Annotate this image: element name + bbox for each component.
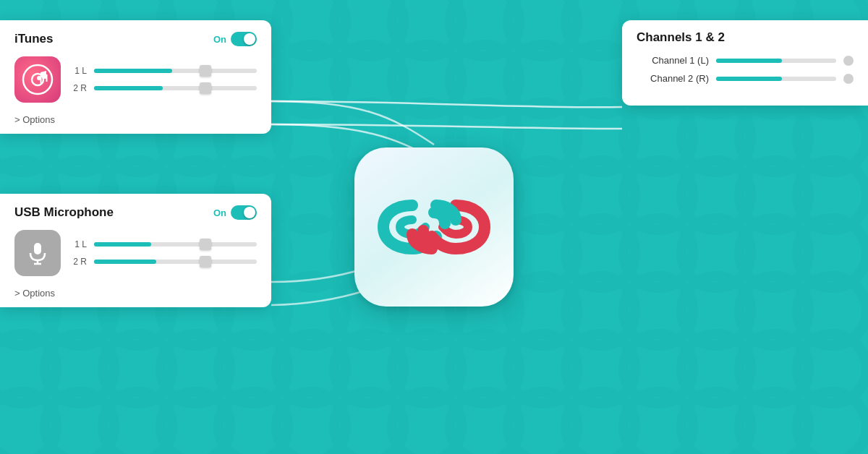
itunes-slider-1-thumb [200, 65, 211, 77]
itunes-panel-body: 1 L 2 R [14, 56, 257, 103]
usb-slider-2-fill [94, 260, 156, 264]
channel-1-track[interactable] [716, 59, 836, 63]
usb-slider-2-track[interactable] [94, 260, 257, 264]
usb-slider-1-thumb [200, 239, 211, 250]
itunes-options[interactable]: > Options [14, 111, 257, 125]
channel-2-fill [716, 77, 782, 81]
itunes-icon [14, 56, 61, 103]
itunes-toggle-track[interactable] [231, 32, 257, 46]
channel-2-track[interactable] [716, 77, 836, 81]
itunes-panel: iTunes On 1 L [0, 20, 271, 134]
channel-2-label: Channel 2 (R) [637, 73, 709, 84]
usb-slider-2-label: 2 R [71, 257, 87, 267]
channel-2-row: Channel 2 (R) [637, 73, 854, 84]
usb-slider-1-label: 1 L [71, 239, 87, 249]
usb-toggle-thumb [244, 207, 255, 218]
usb-slider-2-thumb [200, 256, 211, 267]
usb-sliders: 1 L 2 R [71, 239, 257, 267]
itunes-slider-2-track[interactable] [94, 86, 257, 90]
channels-panel: Channels 1 & 2 Channel 1 (L) Channel 2 (… [622, 20, 868, 106]
channels-title: Channels 1 & 2 [637, 30, 725, 45]
svg-rect-126 [34, 243, 41, 254]
usb-slider-1: 1 L [71, 239, 257, 249]
center-app-icon [354, 147, 514, 307]
itunes-panel-header: iTunes On [14, 32, 257, 46]
usb-slider-1-fill [94, 242, 151, 247]
svg-rect-125 [46, 74, 48, 82]
usb-panel-body: 1 L 2 R [14, 230, 257, 276]
usb-slider-2: 2 R [71, 257, 257, 267]
channel-1-label: Channel 1 (L) [637, 55, 709, 66]
svg-rect-124 [41, 76, 42, 83]
usb-title: USB Microphone [14, 205, 114, 220]
itunes-slider-2-fill [94, 86, 163, 90]
usb-options[interactable]: > Options [14, 285, 257, 299]
itunes-toggle[interactable]: On [213, 32, 257, 46]
itunes-slider-1-track[interactable] [94, 69, 257, 73]
app-logo-svg [373, 166, 495, 288]
itunes-slider-1-label: 1 L [71, 66, 87, 76]
itunes-title: iTunes [14, 32, 54, 46]
channel-2-dot [843, 74, 854, 84]
mic-icon [14, 230, 61, 276]
channels-panel-header: Channels 1 & 2 [637, 30, 854, 45]
channel-1-fill [716, 59, 782, 63]
channel-1-row: Channel 1 (L) [637, 55, 854, 66]
usb-toggle[interactable]: On [213, 205, 257, 220]
itunes-toggle-label: On [213, 34, 226, 45]
itunes-slider-1: 1 L [71, 66, 257, 76]
usb-panel-header: USB Microphone On [14, 205, 257, 220]
itunes-sliders: 1 L 2 R [71, 66, 257, 93]
usb-panel: USB Microphone On 1 L [0, 194, 271, 307]
channel-1-dot [843, 56, 854, 66]
itunes-slider-2-thumb [200, 82, 211, 94]
usb-slider-1-track[interactable] [94, 242, 257, 247]
usb-toggle-label: On [213, 207, 226, 218]
usb-toggle-track[interactable] [231, 205, 257, 220]
itunes-slider-2: 2 R [71, 83, 257, 93]
itunes-slider-1-fill [94, 69, 172, 73]
itunes-toggle-thumb [244, 33, 255, 45]
itunes-slider-2-label: 2 R [71, 83, 87, 93]
